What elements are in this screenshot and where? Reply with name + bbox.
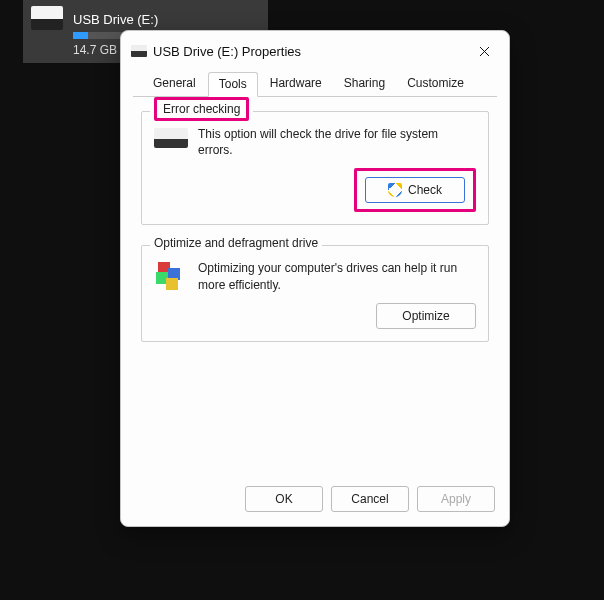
drive-name: USB Drive (E:): [73, 10, 158, 27]
uac-shield-icon: [388, 183, 402, 197]
close-button[interactable]: [469, 39, 499, 63]
group-title-optimize: Optimize and defragment drive: [150, 236, 322, 250]
optimize-desc: Optimizing your computer's drives can he…: [198, 260, 476, 292]
check-button-label: Check: [408, 183, 442, 197]
dialog-title: USB Drive (E:) Properties: [153, 44, 469, 59]
drive-icon: [131, 45, 147, 57]
error-checking-desc: This option will check the drive for fil…: [198, 126, 476, 158]
optimize-icon: [154, 262, 188, 284]
tab-content: Error checking This option will check th…: [121, 97, 509, 476]
tab-strip: General Tools Hardware Sharing Customize: [133, 69, 497, 97]
optimize-button-label: Optimize: [402, 309, 449, 323]
highlight-error-checking: Error checking: [154, 97, 249, 121]
cancel-button-label: Cancel: [351, 492, 388, 506]
tab-customize[interactable]: Customize: [397, 72, 474, 97]
tab-general[interactable]: General: [143, 72, 206, 97]
apply-button-label: Apply: [441, 492, 471, 506]
drive-icon: [31, 6, 63, 30]
tab-tools[interactable]: Tools: [208, 72, 258, 97]
dialog-footer: OK Cancel Apply: [121, 476, 509, 526]
drive-small-icon: [154, 128, 188, 150]
group-error-checking: Error checking This option will check th…: [141, 111, 489, 225]
ok-button[interactable]: OK: [245, 486, 323, 512]
tab-hardware[interactable]: Hardware: [260, 72, 332, 97]
highlight-check-button: Check: [354, 168, 476, 212]
titlebar: USB Drive (E:) Properties: [121, 31, 509, 69]
check-button[interactable]: Check: [365, 177, 465, 203]
properties-dialog: USB Drive (E:) Properties General Tools …: [120, 30, 510, 527]
close-icon: [479, 46, 490, 57]
group-title-error-checking: Error checking: [150, 102, 253, 116]
tab-sharing[interactable]: Sharing: [334, 72, 395, 97]
group-optimize: Optimize and defragment drive Optimizing…: [141, 245, 489, 341]
drive-size: 14.7 GB: [73, 41, 117, 57]
cancel-button[interactable]: Cancel: [331, 486, 409, 512]
apply-button: Apply: [417, 486, 495, 512]
ok-button-label: OK: [275, 492, 292, 506]
optimize-button[interactable]: Optimize: [376, 303, 476, 329]
